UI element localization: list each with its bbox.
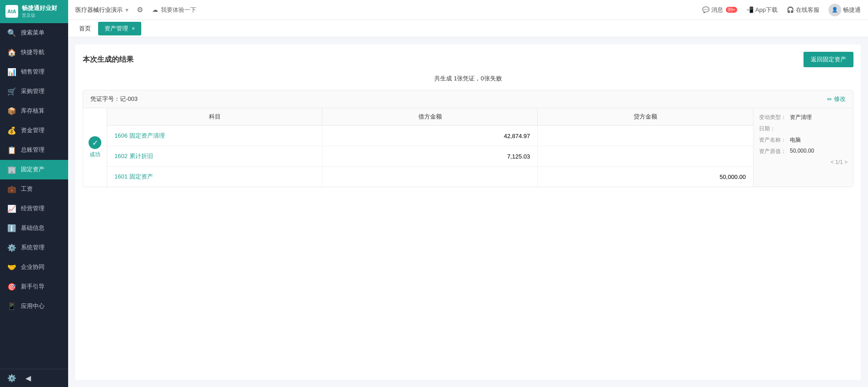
topbar-right: 💬 消息 99+ 📲 App下载 🎧 在线客服 👤 畅捷通 xyxy=(702,4,861,16)
settings-icon[interactable]: ⚙ xyxy=(137,5,143,14)
sidebar-bottom: ⚙️ ◀ xyxy=(0,369,68,387)
sidebar-item-search[interactable]: 🔍 搜索菜单 xyxy=(0,23,68,43)
ledger-icon: 📋 xyxy=(7,146,16,154)
credit-2 xyxy=(538,146,753,166)
account-3: 1601 固定资产 xyxy=(107,167,322,187)
tab-home[interactable]: 首页 xyxy=(75,21,94,36)
sidebar-item-label: 总账管理 xyxy=(21,146,45,154)
message-icon: 💬 xyxy=(702,6,709,13)
feedback-label: 我要体验一下 xyxy=(161,6,196,14)
status-cell: ✓ 成功 xyxy=(83,108,107,187)
return-button[interactable]: 返回固定资产 xyxy=(804,52,853,67)
online-service-button[interactable]: 🎧 在线客服 xyxy=(787,6,819,14)
sidebar-item-ledger[interactable]: 📋 总账管理 xyxy=(0,140,68,160)
sidebar-item-label: 销售管理 xyxy=(21,68,45,76)
building-icon: 🏢 xyxy=(7,165,16,174)
sidebar-item-purchase[interactable]: 🛒 采购管理 xyxy=(0,82,68,101)
credit-1 xyxy=(538,126,753,146)
trend-icon: 📈 xyxy=(7,204,16,213)
sidebar: AtA 畅捷通好业财 普及版 🔍 搜索菜单 🏠 快捷导航 📊 销售管理 🛒 采购… xyxy=(0,0,68,387)
sidebar-logo: AtA 畅捷通好业财 普及版 xyxy=(0,0,68,23)
credit-3: 50,000.00 xyxy=(538,167,753,187)
account-2: 1602 累计折旧 xyxy=(107,146,322,166)
col-credit: 贷方金额 xyxy=(538,108,753,125)
sidebar-item-enterprise[interactable]: 🤝 企业协同 xyxy=(0,258,68,277)
table-row: 1601 固定资产 50,000.00 xyxy=(107,167,753,187)
sidebar-nav: 🔍 搜索菜单 🏠 快捷导航 📊 销售管理 🛒 采购管理 📦 库存核算 💰 资金管… xyxy=(0,23,68,369)
app-download-button[interactable]: 📲 App下载 xyxy=(746,6,778,14)
logo-icon: AtA xyxy=(5,5,18,18)
pagination[interactable]: < 1/1 > xyxy=(759,159,848,165)
asset-name-value: 电脑 xyxy=(790,136,801,144)
sidebar-item-label: 应用中心 xyxy=(21,302,45,310)
briefcase-icon: 💼 xyxy=(7,185,16,194)
message-button[interactable]: 💬 消息 99+ xyxy=(702,6,737,14)
table-row: 1606 固定资产清理 42,874.97 xyxy=(107,126,753,146)
sidebar-item-inventory[interactable]: 📦 库存核算 xyxy=(0,101,68,121)
message-label: 消息 xyxy=(711,6,723,14)
edit-label: 修改 xyxy=(834,95,846,103)
target-icon: 🎯 xyxy=(7,283,16,291)
sidebar-item-label: 工资 xyxy=(21,185,33,193)
user-name: 畅捷通 xyxy=(843,6,861,14)
mobile-icon: 📱 xyxy=(7,302,16,311)
chart-icon: 📊 xyxy=(7,68,16,76)
content-area: 本次生成的结果 返回固定资产 共生成 1张凭证，0张失败 凭证字号：记-003 … xyxy=(68,37,868,387)
avatar: 👤 xyxy=(828,4,841,16)
sidebar-item-payroll[interactable]: 💼 工资 xyxy=(0,179,68,199)
debit-1: 42,874.97 xyxy=(322,126,538,146)
edit-voucher-button[interactable]: ✏ 修改 xyxy=(827,95,846,103)
edit-icon: ✏ xyxy=(827,96,832,103)
chevron-down-icon: ▼ xyxy=(124,7,129,13)
sidebar-item-label: 库存核算 xyxy=(21,107,45,115)
tab-asset-management[interactable]: 资产管理 × xyxy=(98,22,141,35)
feedback-button[interactable]: ☁ 我要体验一下 xyxy=(152,6,196,14)
sidebar-item-base-info[interactable]: ℹ️ 基础信息 xyxy=(0,218,68,238)
tabs-bar: 首页 资产管理 × xyxy=(68,20,868,37)
topbar: 医疗器械行业演示 ▼ ⚙ ☁ 我要体验一下 💬 消息 99+ 📲 App下载 🎧… xyxy=(68,0,868,20)
sidebar-item-label: 经营管理 xyxy=(21,204,45,213)
voucher-body: ✓ 成功 科目 借方金额 贷方金额 1606 固定资产清理 42 xyxy=(83,108,853,187)
money-icon: 💰 xyxy=(7,126,16,135)
service-icon: 🎧 xyxy=(787,6,794,13)
home-icon: 🏠 xyxy=(7,48,16,57)
sidebar-item-operations[interactable]: 📈 经营管理 xyxy=(0,199,68,218)
sidebar-item-label: 搜索菜单 xyxy=(21,29,45,37)
status-label: 成功 xyxy=(89,151,100,159)
table-header: 科目 借方金额 贷方金额 xyxy=(107,108,753,126)
feedback-icon: ☁ xyxy=(152,6,158,13)
table-row: 1602 累计折旧 7,125.03 xyxy=(107,146,753,167)
sidebar-item-system[interactable]: ⚙️ 系统管理 xyxy=(0,238,68,258)
sidebar-item-fixed-assets[interactable]: 🏢 固定资产 xyxy=(0,160,68,179)
search-icon: 🔍 xyxy=(7,29,16,37)
settings-button[interactable]: ⚙️ xyxy=(7,374,16,382)
detail-change-type: 变动类型： 资产清理 xyxy=(759,114,848,121)
original-value-value: 50,000.00 xyxy=(790,148,814,155)
page-title: 本次生成的结果 xyxy=(83,55,134,64)
sidebar-item-sales[interactable]: 📊 销售管理 xyxy=(0,62,68,82)
sidebar-item-funds[interactable]: 💰 资金管理 xyxy=(0,121,68,140)
app-download-label: App下载 xyxy=(755,6,778,14)
online-service-label: 在线客服 xyxy=(796,6,819,14)
gear-icon: ⚙️ xyxy=(7,243,16,252)
download-icon: 📲 xyxy=(746,6,754,13)
sidebar-item-guide[interactable]: 🎯 新手引导 xyxy=(0,277,68,297)
change-type-value: 资产清理 xyxy=(790,114,812,121)
account-1: 1606 固定资产清理 xyxy=(107,126,322,146)
detail-asset-name: 资产名称： 电脑 xyxy=(759,136,848,144)
close-tab-icon[interactable]: × xyxy=(132,25,135,32)
debit-3 xyxy=(322,167,538,187)
original-value-label: 资产原值： xyxy=(759,148,786,155)
sidebar-item-label: 企业协同 xyxy=(21,263,45,271)
company-name: 医疗器械行业演示 xyxy=(75,6,123,14)
user-menu[interactable]: 👤 畅捷通 xyxy=(828,4,861,16)
detail-date: 日期： xyxy=(759,125,848,133)
main-container: 医疗器械行业演示 ▼ ⚙ ☁ 我要体验一下 💬 消息 99+ 📲 App下载 🎧… xyxy=(68,0,868,387)
sidebar-item-app-center[interactable]: 📱 应用中心 xyxy=(0,297,68,316)
sidebar-item-label: 快捷导航 xyxy=(21,48,45,56)
company-selector[interactable]: 医疗器械行业演示 ▼ xyxy=(75,6,129,14)
sidebar-item-quick-nav[interactable]: 🏠 快捷导航 xyxy=(0,43,68,62)
asset-name-label: 资产名称： xyxy=(759,136,786,144)
result-header: 本次生成的结果 返回固定资产 xyxy=(83,52,853,67)
collapse-button[interactable]: ◀ xyxy=(25,374,31,382)
